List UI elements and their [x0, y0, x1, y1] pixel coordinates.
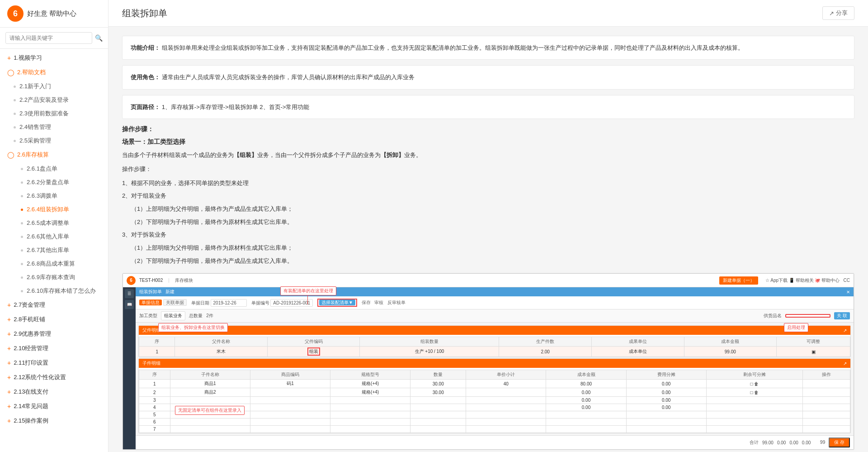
sidebar-header: 6 好生意 帮助中心 [0, 0, 108, 28]
mock-doc-title: 组装拆卸单 新建 [139, 289, 175, 295]
step-2-1: （1）上部明细为父件明细，最终作为产成品生成其它入库单； [122, 204, 854, 215]
sidebar-item-mobile[interactable]: + 2.8手机旺铺 [0, 312, 108, 327]
sidebar-item-faq[interactable]: + 2.14常见问题 [0, 399, 108, 414]
mock-active-tab: 单据信息 [139, 300, 162, 305]
table-row: 5 [139, 411, 850, 419]
sidebar-item-label: 2.2产品安装及登录 [19, 96, 69, 104]
mock-leftnav: ☰ 📖 [123, 287, 136, 449]
sidebar-item-count[interactable]: 2.6.1盘点单 [0, 162, 108, 176]
sidebar-item-other-in[interactable]: 2.6.6其他入库单 [0, 230, 108, 243]
annotation-type: 组装业务、拆卸业务在这里切换 [158, 323, 228, 332]
sidebar-item-partial-count[interactable]: 2.6.2分量盘点单 [0, 176, 108, 189]
mock-upper-table: 序 父件名称 父件编码 组装数量 生产件数 成果单位 成本金额 可调整 [139, 337, 850, 357]
sidebar-item-label: 2.10经营管理 [14, 344, 48, 352]
sidebar-item-assemble[interactable]: 2.6.4组装拆卸单 [0, 203, 108, 216]
dot-icon [21, 222, 23, 224]
table-row: 40.000.00 [139, 404, 850, 411]
col-remain: 剩余可分摊 [706, 370, 802, 380]
expand-icon: + [7, 374, 11, 381]
collapse-icon: ◯ [7, 151, 14, 158]
path-block: 页面路径： 1、库存核算->库存管理->组装拆卸单 2、首页->常用功能 [122, 95, 854, 119]
mock-footer-amt3: 0.00 [789, 440, 798, 445]
scenario1-title: 场景一：加工类型选择 [122, 138, 854, 146]
dot-icon [21, 181, 23, 184]
col-no: 序 [139, 337, 175, 347]
mock-bom-select: 选择装配清单▼ [319, 300, 355, 305]
col-child-name: 子件名称 [170, 370, 250, 380]
sidebar-item-new-user[interactable]: 2.1新手入门 [0, 80, 108, 93]
sidebar-item-customize[interactable]: + 2.12系统个性化设置 [0, 370, 108, 385]
share-icon: ↗ [829, 10, 834, 17]
annotation-no-bom: 无固定清单可在组件在这里录入 [175, 406, 245, 415]
mock-brand: TEST-H002 [139, 278, 163, 283]
cell-adjust: ▣ [777, 347, 850, 357]
dot-icon [21, 290, 23, 292]
dot-icon [21, 195, 23, 197]
sidebar-item-print[interactable]: + 2.11打印设置 [0, 356, 108, 370]
sidebar-item-adjust[interactable]: 2.6.3调拨单 [0, 189, 108, 203]
mock-field-bom: 选择装配清单▼ [317, 299, 357, 307]
expand-icon: + [7, 301, 11, 309]
annotation-bom: 有装配清单的在这里处理 [280, 286, 336, 295]
sidebar-item-purchase[interactable]: 2.5采购管理 [0, 134, 108, 147]
sidebar-item-video[interactable]: + 1.视频学习 [0, 51, 108, 65]
sidebar-item-label: 2.8手机旺铺 [14, 315, 45, 324]
expand-icon: + [7, 54, 11, 62]
share-button[interactable]: ↗ 分享 [822, 6, 854, 20]
cell-no: 1 [139, 347, 175, 357]
sidebar-item-label: 2.6.4组装拆卸单 [27, 205, 69, 214]
sidebar: 6 好生意 帮助中心 🔍 + 1.视频学习 ◯ 2.帮助文档 2.1新手入门 2… [0, 0, 108, 452]
sidebar-item-cost-calc[interactable]: 2.6.8商品成本重算 [0, 257, 108, 271]
sidebar-item-finance[interactable]: + 2.7资金管理 [0, 298, 108, 312]
search-icon[interactable]: 🔍 [95, 34, 103, 42]
sidebar-item-inventory[interactable]: ◯ 2.6库存核算 [0, 147, 108, 162]
mock-confirm-btn: 关 联 [834, 312, 850, 319]
sidebar-item-cost-adjust[interactable]: 2.6.5成本调整单 [0, 216, 108, 230]
dot-icon [21, 249, 23, 252]
table-row: 1商品1码1规格(+4)30.004080.000.00□ 🗑 [139, 380, 850, 388]
sidebar-item-online-pay[interactable]: + 2.13在线支付 [0, 385, 108, 399]
sidebar-item-label: 2.6.2分量盘点单 [27, 178, 69, 186]
cell-cost: 99.00 [684, 347, 777, 357]
share-label: 分享 [836, 9, 848, 17]
sidebar-item-sales[interactable]: 2.4销售管理 [0, 120, 108, 134]
logo-icon: 6 [7, 5, 24, 22]
sidebar-item-other-out[interactable]: 2.6.7其他出库单 [0, 243, 108, 257]
mock-save-button[interactable]: 保 存 [829, 438, 850, 447]
sidebar-item-cases[interactable]: + 2.15操作案例 [0, 414, 108, 428]
mock-content-panel: 组装拆卸单 新建 ✕ 单据信息 关联单据 单据日期 2019-12-26 单据编… [136, 287, 854, 449]
step-1: 1、根据不同的业务，选择不同单据的类型来处理 [122, 178, 854, 189]
sidebar-item-label: 2.3使用前数据准备 [19, 109, 69, 118]
col-spec: 规格型号 [330, 370, 410, 380]
sidebar-item-label: 2.1新手入门 [19, 82, 51, 90]
path-label: 页面路径： [131, 104, 160, 110]
mock-form-header: 单据信息 关联单据 单据日期 2019-12-26 单据编号 AD-201912… [136, 296, 854, 309]
function-intro-text: 组装拆卸单用来处理企业组装或拆卸等加工业务，支持有固定装配清单的产品加工业务，也… [162, 44, 744, 51]
search-input[interactable] [5, 32, 92, 44]
mock-nav-icon: ☰ [125, 289, 134, 298]
sidebar-item-ops[interactable]: + 2.10经营管理 [0, 341, 108, 356]
mock-topbar-icons: ☆ App下载 📱 帮助相关 🐙 帮助中心 CC [765, 277, 850, 284]
role-label: 使用角色： [131, 74, 160, 81]
sidebar-item-label: 2.6.1盘点单 [27, 165, 57, 173]
expand-icon: + [7, 359, 11, 366]
expand-icon: + [7, 403, 11, 410]
sidebar-item-help-docs[interactable]: ◯ 2.帮助文档 [0, 65, 108, 80]
role-block: 使用角色： 通常由生产人员或库管人员完成拆装业务的操作，库管人员确认原材料的出库… [122, 65, 854, 89]
role-text: 通常由生产人员或库管人员完成拆装业务的操作，库管人员确认原材料的出库和产成品的入… [162, 74, 415, 81]
sidebar-item-label: 2.9优惠券管理 [14, 330, 51, 338]
path-text: 1、库存核算->库存管理->组装拆卸单 2、首页->常用功能 [162, 104, 310, 110]
sidebar-item-coupon[interactable]: + 2.9优惠券管理 [0, 327, 108, 341]
col-no2: 序 [139, 370, 170, 380]
sidebar-item-account-err[interactable]: 2.6.10库存账本错了怎么办 [0, 284, 108, 298]
sidebar-item-stock-query[interactable]: 2.6.9库存账本查询 [0, 271, 108, 284]
mock-type-label: 加工类型 [139, 313, 157, 319]
mock-close-btn: ✕ [846, 290, 850, 295]
sidebar-item-label: 2.6.5成本调整单 [27, 219, 69, 227]
col-parent-name: 父件名称 [175, 337, 268, 347]
sidebar-item-install[interactable]: 2.2产品安装及登录 [0, 93, 108, 107]
col-parent-code: 父件编码 [267, 337, 360, 347]
table-row: 1 米木 组装 生产 +10 / 100 2.00 成本单位 99.00 ▣ [139, 347, 850, 357]
col-code2: 商品编码 [250, 370, 330, 380]
sidebar-item-data-prep[interactable]: 2.3使用前数据准备 [0, 107, 108, 120]
